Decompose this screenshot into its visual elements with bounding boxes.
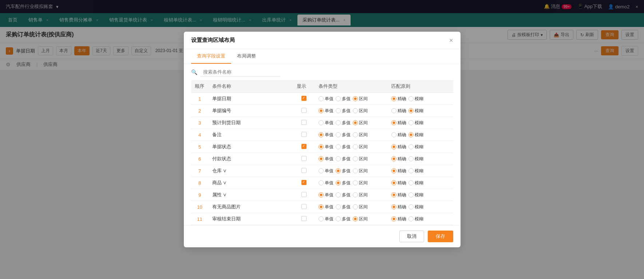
dialog-title: 设置查询区域布局 (191, 37, 235, 44)
dialog-close-button[interactable]: × (449, 37, 453, 44)
dialog-header: 设置查询区域布局 × (184, 32, 461, 49)
settings-dialog: 设置查询区域布局 × 查询字段设置 布局调整 🔍 顺序 条件名称 (184, 32, 461, 70)
search-icon: 🔍 (191, 69, 197, 70)
dialog-search-input[interactable] (200, 68, 280, 70)
dialog-search-area: 🔍 (184, 64, 461, 70)
dialog-tab-layout[interactable]: 布局调整 (231, 49, 262, 64)
dialog-tab-fields[interactable]: 查询字段设置 (191, 49, 231, 64)
modal-overlay: 设置查询区域布局 × 查询字段设置 布局调整 🔍 顺序 条件名称 (0, 0, 644, 70)
dialog-tab-bar: 查询字段设置 布局调整 (184, 49, 461, 64)
